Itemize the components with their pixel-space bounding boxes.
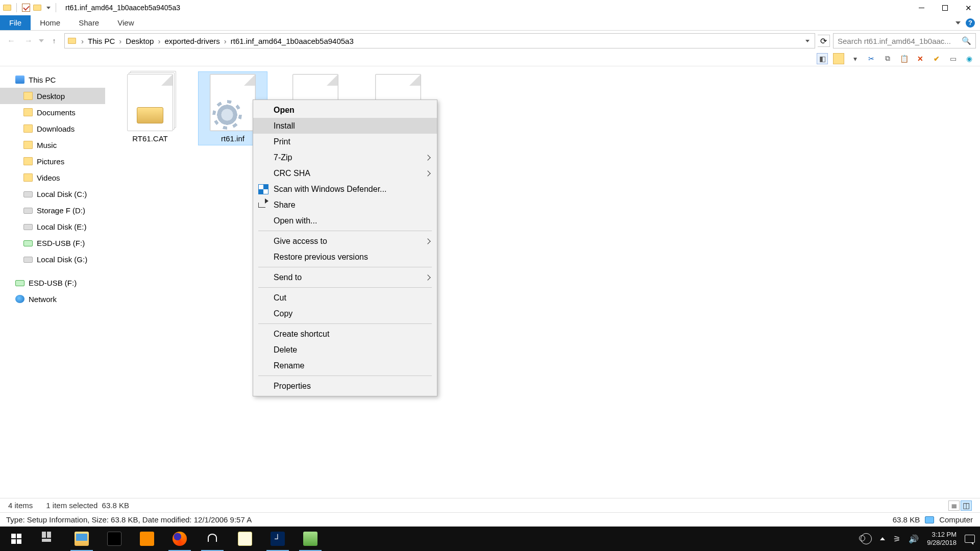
nav-history-caret-icon[interactable]	[39, 39, 44, 42]
breadcrumb-sep-icon: ›	[157, 37, 161, 45]
taskbar-app-notepad[interactable]	[229, 527, 261, 551]
toolbar-preview-pane-icon[interactable]: ◧	[817, 53, 828, 64]
nav-forward-button[interactable]: →	[21, 34, 36, 48]
ribbon-tab-file[interactable]: File	[0, 15, 31, 30]
toolbar-copy-icon[interactable]: ⧉	[882, 53, 893, 64]
ribbon-collapse-icon[interactable]	[955, 21, 961, 24]
tree-item[interactable]: Desktop	[0, 88, 105, 104]
context-menu-item[interactable]: Give access to	[253, 233, 437, 249]
tree-item[interactable]: Network	[0, 291, 105, 307]
volume-icon[interactable]: 🔊	[909, 534, 919, 544]
start-button[interactable]	[0, 527, 33, 551]
tree-item[interactable]: ESD-USB (F:)	[0, 274, 105, 291]
context-menu-item[interactable]: Scan with Windows Defender...	[253, 181, 437, 197]
toolbar-paste-icon[interactable]: 📋	[898, 53, 910, 64]
address-bar[interactable]: › This PC › Desktop › exported-drivers ›…	[64, 33, 815, 48]
action-center-icon[interactable]	[965, 535, 975, 543]
tree-item[interactable]: Music	[0, 137, 105, 153]
nav-up-button[interactable]: ↑	[47, 34, 61, 48]
context-menu-item[interactable]: Create shortcut	[253, 326, 437, 342]
refresh-button[interactable]: ⟳	[818, 35, 830, 47]
maximize-button[interactable]	[933, 0, 957, 15]
close-button[interactable]: ✕	[957, 0, 980, 15]
context-menu-separator	[258, 323, 432, 324]
taskbar-app-firefox[interactable]	[163, 527, 196, 551]
tray-clock[interactable]: 3:12 PM 9/28/2018	[927, 531, 957, 546]
ribbon-tab-home[interactable]: Home	[31, 15, 69, 30]
tree-label: Storage F (D:)	[37, 206, 85, 215]
ribbon-tab-view[interactable]: View	[108, 15, 143, 30]
view-details-button[interactable]: ≣	[948, 500, 960, 511]
context-menu-item[interactable]: Properties	[253, 378, 437, 394]
search-input[interactable]: Search rt61.inf_amd64_1b0aac... 🔍	[833, 33, 976, 48]
qat-newfolder-icon[interactable]	[33, 5, 41, 11]
toolbar-rename-icon[interactable]: ✔	[931, 53, 942, 64]
context-menu-item[interactable]: Install	[253, 118, 437, 134]
taskbar-app-explorer[interactable]	[65, 527, 98, 551]
toolbar-properties-icon[interactable]: ▭	[947, 53, 959, 64]
taskbar-app-gitkraken[interactable]	[196, 527, 229, 551]
qat-customize-caret-icon[interactable]	[46, 7, 51, 9]
context-menu-item[interactable]: Restore previous versions	[253, 249, 437, 265]
tree-item[interactable]: Local Disk (G:)	[0, 251, 105, 267]
context-menu-item[interactable]: Delete	[253, 342, 437, 358]
tree-item[interactable]: Videos	[0, 169, 105, 186]
ribbon: File Home Share View ?	[0, 15, 980, 31]
tree-item[interactable]: Local Disk (E:)	[0, 218, 105, 235]
content-pane[interactable]: RT61.CATrt61.inf	[105, 66, 980, 498]
toolbar-dropdown-icon[interactable]: ▾	[849, 53, 861, 64]
toolbar-user-icon[interactable]: ◉	[964, 53, 975, 64]
qat-properties-icon[interactable]	[22, 4, 30, 12]
tree-item[interactable]: Documents	[0, 104, 105, 120]
nav-back-button[interactable]: ←	[4, 34, 18, 48]
taskbar-app-winscp[interactable]	[294, 527, 327, 551]
context-menu[interactable]: OpenInstallPrint7-ZipCRC SHAScan with Wi…	[253, 99, 437, 396]
minimize-button[interactable]	[910, 0, 933, 15]
tray-overflow-icon[interactable]	[880, 537, 885, 540]
tray-date: 9/28/2018	[927, 539, 957, 547]
taskbar-app-xampp[interactable]	[131, 527, 163, 551]
breadcrumb[interactable]: This PC	[86, 36, 117, 46]
breadcrumb[interactable]: rt61.inf_amd64_1b0aaceb5a9405a3	[229, 36, 356, 46]
status-item-count: 4 items	[8, 501, 33, 510]
help-button[interactable]: ?	[966, 18, 975, 28]
wifi-icon[interactable]: ⚞	[893, 534, 900, 544]
file-item[interactable]: RT61.CAT	[115, 71, 185, 145]
view-large-icons-button[interactable]: ◫	[961, 500, 972, 511]
tree-item[interactable]: Storage F (D:)	[0, 202, 105, 218]
address-dropdown-icon[interactable]	[805, 40, 810, 42]
navigation-pane[interactable]: This PC DesktopDocumentsDownloadsMusicPi…	[0, 66, 105, 498]
context-menu-item[interactable]: Share	[253, 197, 437, 213]
arrow-right-icon: →	[24, 36, 33, 45]
breadcrumb[interactable]: Desktop	[124, 36, 156, 46]
tree-this-pc[interactable]: This PC	[0, 71, 105, 88]
people-icon[interactable]	[861, 533, 872, 544]
context-menu-item[interactable]: Open with...	[253, 213, 437, 229]
details-location: Computer	[939, 515, 973, 524]
toolbar-new-folder-icon[interactable]	[833, 53, 844, 64]
context-menu-item[interactable]: 7-Zip	[253, 149, 437, 165]
toolbar-delete-icon[interactable]: ✕	[915, 53, 926, 64]
tree-item[interactable]: Pictures	[0, 153, 105, 169]
context-menu-separator	[258, 287, 432, 288]
context-menu-item[interactable]: Print	[253, 134, 437, 149]
toolbar-cut-icon[interactable]: ✂	[866, 53, 877, 64]
task-view-button[interactable]	[33, 527, 65, 551]
taskbar-app-cmd[interactable]	[98, 527, 131, 551]
tree-item[interactable]: Downloads	[0, 120, 105, 137]
context-menu-label: Create shortcut	[274, 330, 329, 339]
shield-icon	[258, 184, 268, 194]
main-area: This PC DesktopDocumentsDownloadsMusicPi…	[0, 66, 980, 498]
context-menu-item[interactable]: Open	[253, 102, 437, 118]
context-menu-item[interactable]: Send to	[253, 269, 437, 285]
context-menu-label: Give access to	[274, 237, 327, 246]
taskbar-app-powershell[interactable]: ┘	[261, 527, 294, 551]
context-menu-item[interactable]: Copy	[253, 306, 437, 321]
context-menu-item[interactable]: CRC SHA	[253, 165, 437, 181]
tree-item[interactable]: ESD-USB (F:)	[0, 235, 105, 251]
context-menu-item[interactable]: Cut	[253, 290, 437, 306]
context-menu-item[interactable]: Rename	[253, 358, 437, 373]
tree-item[interactable]: Local Disk (C:)	[0, 186, 105, 202]
ribbon-tab-share[interactable]: Share	[69, 15, 108, 30]
breadcrumb[interactable]: exported-drivers	[162, 36, 222, 46]
